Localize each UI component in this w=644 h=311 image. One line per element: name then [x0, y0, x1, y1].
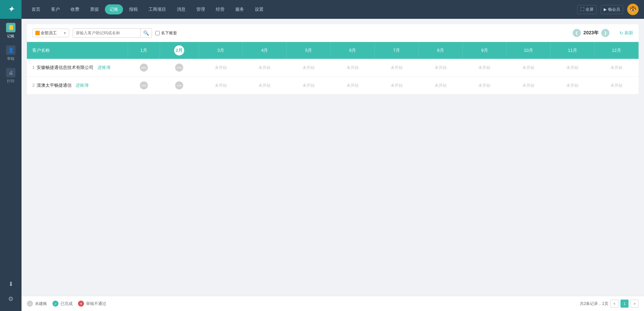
- search-button[interactable]: 🔍: [140, 29, 152, 37]
- jizh-icon: 📒: [6, 23, 15, 32]
- nav-fuwu[interactable]: 服务: [231, 4, 249, 14]
- not-started-text: 未开始: [215, 65, 227, 70]
- cell-month-3: 未开始: [199, 77, 243, 94]
- year-nav: ❮ 2023年 ❯: [573, 29, 609, 37]
- sidebar-item-shenh[interactable]: 👤 审核: [0, 41, 22, 64]
- nav-xiaoxi[interactable]: 消息: [172, 4, 190, 14]
- next-year-button[interactable]: ❯: [601, 29, 609, 37]
- shenh-icon: 👤: [6, 45, 15, 55]
- col-header-m7: 7月: [374, 42, 418, 59]
- avatar[interactable]: 🐯: [627, 4, 639, 15]
- status-circle: —: [175, 64, 183, 72]
- sidebar-label-shenh: 审核: [7, 56, 14, 61]
- table-row: 1安徽畅捷通信息技术有限公司进账簿——未开始未开始未开始未开始未开始未开始未开始…: [27, 59, 639, 77]
- settings-button[interactable]: ⚙: [4, 292, 17, 306]
- sidebar-label-jizh: 记账: [7, 34, 14, 39]
- search-wrap[interactable]: 🔍: [73, 28, 152, 38]
- nav-shezhi[interactable]: 设置: [250, 4, 268, 14]
- cell-month-1: —: [128, 77, 160, 94]
- checkbox-text: 名下账套: [161, 30, 177, 36]
- not-started-text: 未开始: [522, 65, 534, 70]
- legend-rejected: ✕ 审核不通过: [78, 301, 106, 307]
- refresh-icon: ↻: [619, 31, 623, 36]
- not-started-text: 未开始: [566, 83, 578, 88]
- app-logo: ✦: [0, 0, 22, 19]
- col-header-m8: 8月: [418, 42, 462, 59]
- cell-month-12: 未开始: [595, 59, 639, 77]
- enter-ledger-link[interactable]: 进账簿: [97, 65, 111, 70]
- col-header-m2: 2月: [160, 42, 199, 59]
- checkbox-label[interactable]: 名下账套: [155, 30, 177, 36]
- legend-not-created: — 未建账: [27, 301, 47, 307]
- not-created-icon: —: [27, 301, 33, 307]
- not-started-text: 未开始: [610, 83, 622, 88]
- nav-gongshang[interactable]: 工商项目: [144, 4, 171, 14]
- year-display: 2023年: [583, 30, 599, 36]
- sidebar-item-dayin[interactable]: 🖨 打印: [0, 64, 22, 86]
- nav-guanli[interactable]: 管理: [192, 4, 210, 14]
- current-month-circle: 2月: [174, 45, 184, 55]
- table-header: 客户名称 1月 2月 3月 4月 5月 6月 7月 8月: [27, 42, 639, 59]
- topnav: 首页 客户 收费 票据 记账 报税 工商项目 消息 管理 经营 服务 设置 ⛶ …: [22, 0, 644, 19]
- current-page-button[interactable]: 1: [620, 300, 629, 308]
- my-accounts-checkbox[interactable]: [155, 31, 160, 35]
- not-started-text: 未开始: [522, 83, 534, 88]
- nav-jizh[interactable]: 记账: [105, 4, 123, 14]
- search-input[interactable]: [73, 29, 140, 37]
- next-page-button[interactable]: >: [631, 300, 639, 308]
- table-container: 客户名称 1月 2月 3月 4月 5月 6月 7月 8月: [27, 42, 639, 94]
- nav-shoufei[interactable]: 收费: [66, 4, 84, 14]
- col-header-m12: 12月: [595, 42, 639, 59]
- prev-year-button[interactable]: ❮: [573, 29, 581, 37]
- not-started-text: 未开始: [258, 83, 271, 88]
- col-header-m6: 6月: [331, 42, 375, 59]
- not-started-text: 未开始: [347, 83, 359, 88]
- account-table: 客户名称 1月 2月 3月 4月 5月 6月 7月 8月: [27, 42, 639, 94]
- nav-jingying[interactable]: 经营: [211, 4, 229, 14]
- employee-select-wrap[interactable]: 🟧 全部员工张三李四 ▼: [32, 29, 69, 37]
- cell-month-11: 未开始: [551, 77, 595, 94]
- not-started-text: 未开始: [303, 83, 315, 88]
- nav-baoshui[interactable]: 报税: [124, 4, 143, 14]
- sidebar-bottom: ⬇ ⚙: [4, 277, 17, 311]
- cell-name: 2漠澳太平畅捷通信进账簿: [27, 77, 128, 94]
- fullscreen-icon: ⛶: [580, 7, 584, 12]
- cell-month-2: —: [160, 77, 199, 94]
- completed-icon: ✓: [52, 301, 58, 307]
- sidebar: ✦ 📒 记账 👤 审核 🖨 打印 ⬇ ⚙: [0, 0, 22, 311]
- not-started-text: 未开始: [347, 65, 359, 70]
- not-started-text: 未开始: [478, 83, 490, 88]
- page-content: 🟧 全部员工张三李四 ▼ 🔍 名下账套 ❮ 2023年 ❯: [22, 19, 644, 296]
- dayin-icon: 🖨: [6, 68, 15, 77]
- row-number: 2: [32, 83, 35, 88]
- fullscreen-button[interactable]: ⛶ 全屏: [577, 5, 597, 14]
- company-name: 安徽畅捷通信息技术有限公司: [37, 65, 93, 70]
- cell-month-10: 未开始: [507, 77, 551, 94]
- col-header-m3: 3月: [199, 42, 243, 59]
- table-body: 1安徽畅捷通信息技术有限公司进账簿——未开始未开始未开始未开始未开始未开始未开始…: [27, 59, 639, 94]
- download-button[interactable]: ⬇: [4, 277, 17, 291]
- cell-month-11: 未开始: [551, 59, 595, 77]
- cell-month-8: 未开始: [418, 59, 462, 77]
- not-started-text: 未开始: [303, 65, 315, 70]
- cell-month-9: 未开始: [462, 59, 507, 77]
- member-button[interactable]: ▶ 畅会员: [601, 5, 623, 14]
- col-header-m5: 5月: [287, 42, 331, 59]
- cell-month-4: 未开始: [243, 77, 287, 94]
- col-header-m9: 9月: [462, 42, 507, 59]
- not-started-text: 未开始: [435, 65, 447, 70]
- prev-page-button[interactable]: <: [610, 300, 618, 308]
- nav-home[interactable]: 首页: [27, 4, 45, 14]
- total-text: 共2条记录，1页: [580, 301, 608, 307]
- employee-select[interactable]: 全部员工张三李四: [32, 29, 69, 37]
- cell-month-10: 未开始: [507, 59, 551, 77]
- refresh-button[interactable]: ↻ 刷新: [619, 30, 633, 36]
- nav-kehu[interactable]: 客户: [46, 4, 65, 14]
- col-header-m1: 1月: [128, 42, 160, 59]
- sidebar-item-jizh[interactable]: 📒 记账: [0, 19, 22, 41]
- enter-ledger-link[interactable]: 进账簿: [76, 83, 89, 88]
- not-started-text: 未开始: [610, 65, 622, 70]
- cell-month-6: 未开始: [331, 77, 375, 94]
- nav-piaojv[interactable]: 票据: [85, 4, 104, 14]
- cell-month-2: —: [160, 59, 199, 77]
